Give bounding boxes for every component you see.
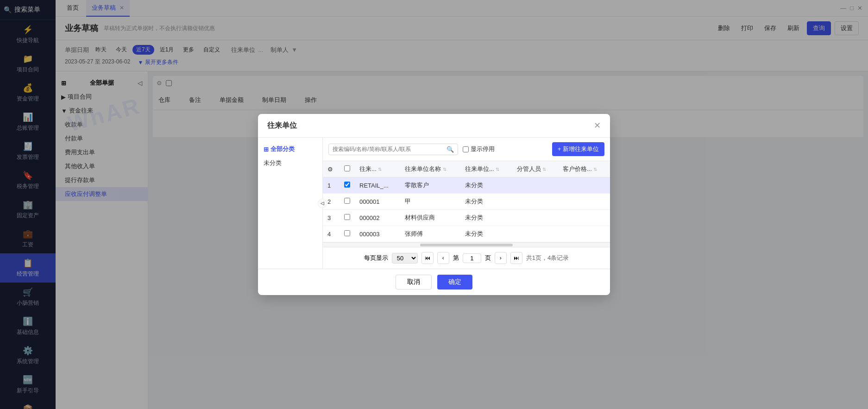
table-row[interactable]: 3 000002 材料供应商 未分类 [323, 210, 610, 226]
col-salesperson-header[interactable]: 分管人员 ⇅ [512, 161, 558, 177]
col-name-header[interactable]: 往来单位名称 ⇅ [400, 161, 460, 177]
modal-footer: 取消 确定 [258, 269, 610, 295]
scroll-thumb[interactable] [420, 244, 513, 246]
modal-body: ⊞ 全部分类 未分类 ◁ 🔍 显示停用 [258, 138, 610, 269]
collapse-category-btn[interactable]: ◁ [318, 199, 327, 208]
modal-header: 往来单位 ✕ [258, 114, 610, 138]
col-code-header[interactable]: 往来... ⇅ [355, 161, 400, 177]
category-panel: ⊞ 全部分类 未分类 ◁ [258, 138, 323, 269]
confirm-button[interactable]: 确定 [437, 275, 472, 289]
first-page-btn[interactable]: ⏮ [421, 252, 434, 264]
next-page-btn[interactable]: › [495, 252, 507, 264]
category-item-unclassified[interactable]: 未分类 [258, 156, 322, 170]
cancel-button[interactable]: 取消 [396, 275, 432, 289]
modal-title: 往来单位 [267, 121, 297, 131]
select-all-modal[interactable] [344, 165, 350, 171]
page-number-input[interactable] [463, 253, 481, 263]
table-header-row: ⚙ 往来... ⇅ 往来单位名称 ⇅ 往来单位... ⇅ 分管人员 ⇅ 客户价格… [323, 161, 610, 177]
table-row[interactable]: 2 000001 甲 未分类 [323, 194, 610, 210]
row-checkbox-2[interactable] [344, 198, 350, 204]
page-label: 第 [453, 254, 459, 262]
prev-page-btn[interactable]: ‹ [437, 252, 449, 264]
search-input[interactable] [333, 146, 445, 152]
category-all-btn[interactable]: ⊞ 全部分类 [258, 142, 322, 156]
col-category-header[interactable]: 往来单位... ⇅ [460, 161, 512, 177]
table-row[interactable]: 1 RETAIL_... 零散客户 未分类 [323, 177, 610, 194]
show-disabled-option[interactable]: 显示停用 [463, 145, 495, 153]
scroll-area[interactable] [323, 242, 610, 247]
add-unit-button[interactable]: + 新增往来单位 [552, 142, 604, 156]
total-info: 共1页，4条记录 [526, 254, 569, 262]
page-size-select[interactable]: 50 100 200 [392, 253, 418, 264]
last-page-btn[interactable]: ⏭ [510, 252, 522, 264]
grid-icon-modal: ⊞ [264, 146, 269, 153]
row-checkbox-1[interactable] [344, 182, 350, 188]
pagination: 每页显示 50 100 200 ⏮ ‹ 第 页 › ⏭ 共1页，4条记录 [323, 247, 610, 269]
page-suffix: 页 [485, 254, 491, 262]
search-icon-modal: 🔍 [447, 146, 454, 153]
row-checkbox-3[interactable] [344, 214, 350, 220]
show-disabled-checkbox[interactable] [463, 146, 469, 152]
col-price-header[interactable]: 客户价格... ⇅ [558, 161, 610, 177]
table-row[interactable]: 4 000003 张师傅 未分类 [323, 226, 610, 242]
row-checkbox-4[interactable] [344, 230, 350, 236]
table-toolbar: 🔍 显示停用 + 新增往来单位 [323, 138, 610, 161]
table-panel: 🔍 显示停用 + 新增往来单位 ⚙ [323, 138, 610, 269]
search-box[interactable]: 🔍 [328, 144, 458, 155]
data-table: ⚙ 往来... ⇅ 往来单位名称 ⇅ 往来单位... ⇅ 分管人员 ⇅ 客户价格… [323, 161, 610, 242]
modal-dialog: 往来单位 ✕ ⊞ 全部分类 未分类 ◁ 🔍 [258, 114, 610, 295]
col-checkbox-header[interactable] [340, 161, 355, 177]
col-settings[interactable]: ⚙ [323, 161, 340, 177]
modal-backdrop: 往来单位 ✕ ⊞ 全部分类 未分类 ◁ 🔍 [0, 0, 868, 409]
modal-close-button[interactable]: ✕ [594, 120, 601, 131]
